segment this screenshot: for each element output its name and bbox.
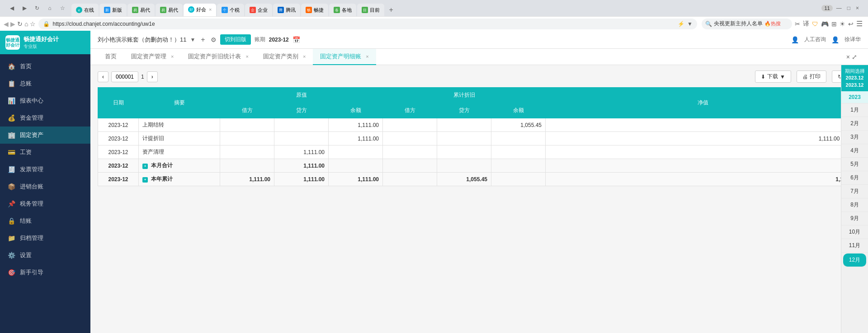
addr-home[interactable]: ⌂ bbox=[24, 20, 28, 28]
period-month-11[interactable]: 11月 bbox=[841, 239, 868, 253]
main-wrapper: ‹ 1 › ⬇ 下载 ▼ 🖨 打印 bbox=[90, 65, 868, 333]
row3-orig-balance bbox=[329, 145, 383, 159]
tab-home[interactable]: 首页 bbox=[98, 49, 124, 65]
addr-back[interactable]: ◀ bbox=[4, 20, 9, 28]
row1-summary: 上期结转 bbox=[139, 118, 220, 132]
nav-item-guide[interactable]: 🎯 新手引导 bbox=[0, 264, 90, 281]
tab3-icon: 易 bbox=[132, 7, 138, 13]
tab-depreciation-close[interactable]: × bbox=[245, 54, 248, 59]
period-month-5[interactable]: 5月 bbox=[841, 158, 868, 171]
period-panel: 期间选择 2023.12 2023.12 2023 1月 2月 3月 4月 5月… bbox=[841, 65, 868, 333]
pagination-input[interactable] bbox=[111, 71, 138, 82]
period-month-7[interactable]: 7月 bbox=[841, 185, 868, 198]
download-btn[interactable]: ⬇ 下载 ▼ bbox=[755, 70, 791, 83]
browser-tab-3[interactable]: 易 易代 bbox=[127, 4, 155, 16]
close-panel-btn[interactable]: × bbox=[846, 53, 850, 61]
game-icon[interactable]: 🎮 bbox=[821, 20, 829, 28]
nav-item-closing[interactable]: 🔒 结账 bbox=[0, 212, 90, 230]
period-month-4[interactable]: 4月 bbox=[841, 144, 868, 158]
browser-tab-1[interactable]: e 在线 bbox=[71, 4, 99, 16]
browser-tab-6[interactable]: 个 个税 bbox=[217, 4, 244, 16]
row2-accum-debit bbox=[383, 132, 437, 145]
new-tab-btn[interactable]: + bbox=[385, 4, 396, 16]
period-month-3[interactable]: 3月 bbox=[841, 131, 868, 144]
grid-icon[interactable]: ⊞ bbox=[831, 20, 837, 28]
nav-item-settings[interactable]: ⚙️ 设置 bbox=[0, 247, 90, 264]
bookmark-btn[interactable]: ☆ bbox=[58, 4, 67, 13]
period-month-9[interactable]: 9月 bbox=[841, 212, 868, 225]
tab-fixed-mgmt[interactable]: 固定资产管理 × bbox=[124, 49, 181, 65]
nav-item-fixed-assets[interactable]: 🏢 固定资产 bbox=[0, 127, 90, 144]
period-list: 2023 1月 2月 3月 4月 5月 6月 7月 8月 9月 10月 11月 … bbox=[841, 91, 868, 333]
service-label[interactable]: 人工咨询 bbox=[804, 36, 826, 43]
browser-tab-9[interactable]: 畅 畅捷 bbox=[301, 4, 328, 16]
scissors-icon[interactable]: ✂ bbox=[795, 20, 800, 28]
settings-small-icon[interactable]: ⚙ bbox=[211, 36, 217, 43]
window-minimize[interactable]: — bbox=[835, 3, 844, 13]
browser-tab-2[interactable]: 新 新版 bbox=[99, 4, 127, 16]
tab-fixed-mgmt-close[interactable]: × bbox=[171, 54, 174, 59]
nav-pagination: ‹ 1 › ⬇ 下载 ▼ 🖨 打印 bbox=[98, 70, 861, 83]
browser-tab-5[interactable]: 好 好会 × bbox=[184, 4, 216, 16]
extension-icon[interactable]: ⚡ bbox=[678, 21, 684, 27]
add-account-btn[interactable]: + bbox=[199, 36, 207, 44]
tab11-icon: 目 bbox=[362, 7, 368, 13]
nav-item-reports[interactable]: 📊 报表中心 bbox=[0, 92, 90, 109]
tab-detail-label: 固定资产明细账 bbox=[320, 52, 361, 61]
row5-accum-debit bbox=[383, 173, 437, 186]
tab5-close[interactable]: × bbox=[209, 7, 212, 12]
home-btn[interactable]: ⌂ bbox=[45, 4, 54, 13]
dropdown-icon[interactable]: ▼ bbox=[687, 21, 693, 27]
addr-bookmark[interactable]: ☆ bbox=[30, 20, 36, 28]
nav-item-ledger[interactable]: 📋 总账 bbox=[0, 75, 90, 92]
browser-tab-7[interactable]: 企 企业 bbox=[245, 4, 272, 16]
company-dropdown-icon[interactable]: ▼ bbox=[190, 37, 195, 43]
archive-nav-icon: 📁 bbox=[7, 234, 15, 242]
browser-tab-8[interactable]: 腾 腾讯 bbox=[273, 4, 300, 16]
tab-category-close[interactable]: × bbox=[303, 54, 306, 59]
nav-item-archive[interactable]: 📁 归档管理 bbox=[0, 230, 90, 247]
period-month-2[interactable]: 2月 bbox=[841, 117, 868, 131]
th-orig-debit: 借方 bbox=[220, 103, 274, 118]
user-name[interactable]: 徐译华 bbox=[844, 36, 861, 43]
nav-item-fund[interactable]: 💰 资金管理 bbox=[0, 109, 90, 127]
back-btn[interactable]: ◀ bbox=[7, 4, 16, 13]
prev-page-btn[interactable]: ‹ bbox=[98, 71, 108, 82]
sun-icon[interactable]: ☀ bbox=[840, 20, 845, 28]
window-maximize[interactable]: □ bbox=[845, 3, 852, 13]
window-close[interactable]: × bbox=[854, 3, 861, 13]
row1-net-value: 55.55 bbox=[546, 118, 861, 132]
tab-detail-close[interactable]: × bbox=[366, 54, 368, 59]
address-input[interactable] bbox=[52, 21, 675, 27]
expand-panel-btn[interactable]: ⤢ bbox=[852, 53, 857, 61]
menu-icon[interactable]: ☰ bbox=[856, 19, 863, 28]
undo-icon[interactable]: ↩ bbox=[848, 20, 854, 28]
nav-item-payroll[interactable]: 💳 工资 bbox=[0, 144, 90, 161]
translate-icon[interactable]: 译 bbox=[803, 20, 809, 28]
shield-icon[interactable]: 🛡 bbox=[812, 20, 818, 28]
browser-tab-10[interactable]: 各 各地 bbox=[329, 4, 356, 16]
nav-item-home[interactable]: 🏠 首页 bbox=[0, 58, 90, 75]
search-box[interactable]: 🔍 央视更新主持人名单 🔥热搜 bbox=[702, 19, 792, 29]
tab-depreciation[interactable]: 固定资产折旧统计表 × bbox=[181, 49, 255, 65]
period-month-1[interactable]: 1月 bbox=[841, 103, 868, 117]
period-month-8[interactable]: 8月 bbox=[841, 198, 868, 212]
addr-forward[interactable]: ▶ bbox=[10, 20, 15, 28]
calendar-icon[interactable]: 📅 bbox=[292, 36, 300, 43]
nav-item-tax[interactable]: 📌 税务管理 bbox=[0, 195, 90, 212]
period-month-12[interactable]: 12月 bbox=[843, 253, 866, 267]
switch-old-version-btn[interactable]: 切到旧版 bbox=[220, 34, 251, 45]
next-page-btn[interactable]: › bbox=[147, 71, 158, 82]
tab-category[interactable]: 固定资产类别 × bbox=[256, 49, 313, 65]
period-month-6[interactable]: 6月 bbox=[841, 171, 868, 185]
nav-item-purchase-sale[interactable]: 📦 进销台账 bbox=[0, 178, 90, 195]
browser-tab-4[interactable]: 易 易代 bbox=[156, 4, 183, 16]
period-month-10[interactable]: 10月 bbox=[841, 225, 868, 239]
forward-btn[interactable]: ▶ bbox=[20, 4, 29, 13]
tab-detail[interactable]: 固定资产明细账 × bbox=[313, 49, 376, 65]
nav-item-invoice[interactable]: 🧾 发票管理 bbox=[0, 161, 90, 178]
browser-tab-11[interactable]: 目 目前 bbox=[357, 4, 384, 16]
print-btn[interactable]: 🖨 打印 bbox=[797, 70, 826, 83]
addr-reload[interactable]: ↻ bbox=[17, 20, 23, 28]
reload-btn[interactable]: ↻ bbox=[33, 4, 42, 13]
